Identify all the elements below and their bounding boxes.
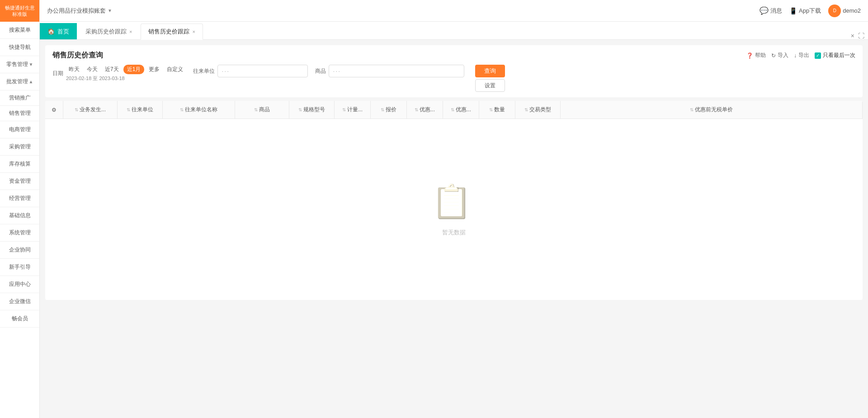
empty-illustration: 📋 xyxy=(431,182,476,223)
sort-icon: ⇅ xyxy=(75,107,78,112)
last-only-checkbox[interactable] xyxy=(815,52,821,59)
sidebar-item-purchase[interactable]: 采购管理 xyxy=(0,138,39,156)
topbar-left: 办公用品行业模拟账套 ▼ xyxy=(47,7,112,15)
tabs-actions: × ⛶ xyxy=(847,32,868,39)
topbar: 办公用品行业模拟账套 ▼ 💬 消息 📱 App下载 D demo2 xyxy=(40,0,868,22)
app-logo[interactable]: 畅捷通好生意 标准版 xyxy=(0,0,39,22)
help-button[interactable]: ❓ 帮助 xyxy=(746,52,766,59)
query-button[interactable]: 查询 xyxy=(475,65,505,77)
date-label: 日期 xyxy=(52,70,63,77)
sidebar-item-sales[interactable]: 销售管理 xyxy=(0,106,39,121)
date-range-text: 2023-02-18 至 2023-03-18 xyxy=(66,75,186,82)
avatar: D xyxy=(828,5,841,17)
app-download-button[interactable]: 📱 App下载 xyxy=(789,7,821,15)
th-product[interactable]: ⇅ 商品 xyxy=(235,101,289,119)
date-btn-yesterday[interactable]: 昨天 xyxy=(66,65,82,74)
sidebar-item-appstore[interactable]: 应用中心 xyxy=(0,276,39,293)
sidebar-item-ecommerce[interactable]: 电商管理 xyxy=(0,121,39,138)
th-gear[interactable]: ⚙ xyxy=(45,101,63,119)
settings-icon: ⚙ xyxy=(52,107,57,113)
date-btn-1month[interactable]: 近1月 xyxy=(123,65,145,74)
sidebar-item-finance[interactable]: 资金管理 xyxy=(0,173,39,190)
query-panel: 销售历史价查询 ❓ 帮助 ↻ 导入 ↓ 导出 xyxy=(45,45,863,97)
sidebar-item-newbie[interactable]: 新手引导 xyxy=(0,259,39,276)
th-spec[interactable]: ⇅ 规格型号 xyxy=(289,101,335,119)
settings-button[interactable]: 设置 xyxy=(475,79,505,92)
tab-purchase-history[interactable]: 采购历史价跟踪 × xyxy=(78,23,140,39)
panel-actions: ❓ 帮助 ↻ 导入 ↓ 导出 只看最后一次 xyxy=(746,52,855,59)
help-icon: ❓ xyxy=(746,52,753,59)
partner-label: 往来单位 xyxy=(193,67,215,75)
th-pretax-price[interactable]: ⇅ 优惠前无税单价 xyxy=(561,101,863,119)
tab-bar: 🏠 首页 采购历史价跟踪 × 销售历史价跟踪 × × ⛶ xyxy=(40,22,868,40)
sidebar-item-search[interactable]: 搜索菜单 xyxy=(0,22,39,39)
date-btn-more[interactable]: 更多 xyxy=(146,65,162,74)
sort-icon: ⇅ xyxy=(524,107,528,112)
th-trade-type[interactable]: ⇅ 交易类型 xyxy=(515,101,561,119)
app-selector-label: 办公用品行业模拟账套 xyxy=(47,7,106,15)
chevron-up-icon: ▲ xyxy=(29,79,33,84)
sidebar-item-wholesale[interactable]: 批发管理 ▲ xyxy=(0,73,39,90)
app-selector[interactable]: 办公用品行业模拟账套 ▼ xyxy=(47,7,112,15)
sidebar-item-quicknav[interactable]: 快捷导航 xyxy=(0,39,39,56)
im-button[interactable]: 💬 消息 xyxy=(760,6,782,15)
page-title: 销售历史价查询 xyxy=(52,51,103,60)
tab-close-sales[interactable]: × xyxy=(192,29,195,34)
sidebar-item-basic[interactable]: 基础信息 xyxy=(0,207,39,224)
sidebar-item-operations[interactable]: 经营管理 xyxy=(0,190,39,207)
th-unit[interactable]: ⇅ 计量... xyxy=(335,101,371,119)
product-label: 商品 xyxy=(315,67,326,75)
empty-state: 📋 暂无数据 xyxy=(45,119,863,300)
sort-icon: ⇅ xyxy=(254,107,258,112)
empty-text: 暂无数据 xyxy=(442,228,466,237)
export-button[interactable]: ↓ 导出 xyxy=(794,52,809,59)
table-container: ⚙ ⇅ 业务发生... ⇅ 往来单位 ⇅ 往来单位名称 ⇅ 商品 xyxy=(45,101,863,300)
th-qty[interactable]: ⇅ 数量 xyxy=(479,101,515,119)
page-content: 销售历史价查询 ❓ 帮助 ↻ 导入 ↓ 导出 xyxy=(40,40,868,418)
home-icon: 🏠 xyxy=(47,28,55,35)
th-price[interactable]: ⇅ 报价 xyxy=(371,101,407,119)
sidebar-item-system[interactable]: 系统管理 xyxy=(0,224,39,242)
date-btn-today[interactable]: 今天 xyxy=(84,65,100,74)
import-icon: ↻ xyxy=(771,52,776,59)
tab-close-purchase[interactable]: × xyxy=(129,29,132,34)
sort-icon: ⇅ xyxy=(489,107,493,112)
query-row: 日期 昨天 今天 近7天 近1月 更多 自定义 2023-02-18 至 202… xyxy=(52,65,855,92)
sidebar-item-inventory[interactable]: 库存核算 xyxy=(0,156,39,173)
tab-sales-history[interactable]: 销售历史价跟踪 × xyxy=(141,24,203,40)
chevron-down-icon: ▼ xyxy=(108,8,112,13)
sidebar-item-marketing[interactable]: 营销推广 xyxy=(0,90,39,106)
user-menu[interactable]: D demo2 xyxy=(828,5,861,17)
tab-home[interactable]: 🏠 首页 xyxy=(40,23,77,39)
partner-field: 往来单位 ··· xyxy=(193,65,308,77)
sidebar-item-retail[interactable]: 零售管理 ▼ xyxy=(0,56,39,73)
sidebar-item-wechat[interactable]: 企业微信 xyxy=(0,293,39,310)
th-discount1[interactable]: ⇅ 优惠... xyxy=(407,101,443,119)
sort-icon: ⇅ xyxy=(415,107,418,112)
sort-icon: ⇅ xyxy=(298,107,302,112)
sidebar-item-member[interactable]: 畅会员 xyxy=(0,310,39,328)
date-btn-7days[interactable]: 近7天 xyxy=(102,65,122,74)
th-partner-name[interactable]: ⇅ 往来单位名称 xyxy=(163,101,235,119)
sort-icon: ⇅ xyxy=(180,107,184,112)
action-buttons: 查询 设置 xyxy=(475,65,505,92)
message-icon: 💬 xyxy=(760,6,769,15)
sidebar-item-enterprise[interactable]: 企业协同 xyxy=(0,242,39,259)
last-only-checkbox-label[interactable]: 只看最后一次 xyxy=(815,52,855,59)
date-buttons: 昨天 今天 近7天 近1月 更多 自定义 xyxy=(66,65,186,74)
close-tab-button[interactable]: × xyxy=(851,32,854,39)
th-discount2[interactable]: ⇅ 优惠... xyxy=(443,101,479,119)
date-field: 日期 昨天 今天 近7天 近1月 更多 自定义 2023-02-18 至 202… xyxy=(52,65,186,82)
chevron-down-icon: ▼ xyxy=(29,62,33,67)
import-button[interactable]: ↻ 导入 xyxy=(771,52,788,59)
th-partner-code[interactable]: ⇅ 往来单位 xyxy=(118,101,163,119)
topbar-right: 💬 消息 📱 App下载 D demo2 xyxy=(760,5,861,17)
product-input[interactable]: ··· xyxy=(329,65,464,77)
main-area: 办公用品行业模拟账套 ▼ 💬 消息 📱 App下载 D demo2 🏠 xyxy=(40,0,868,418)
th-biz-date[interactable]: ⇅ 业务发生... xyxy=(63,101,118,119)
product-field: 商品 ··· xyxy=(315,65,464,77)
partner-input[interactable]: ··· xyxy=(217,65,308,77)
export-icon: ↓ xyxy=(794,52,797,59)
maximize-tab-button[interactable]: ⛶ xyxy=(858,32,864,39)
date-btn-custom[interactable]: 自定义 xyxy=(164,65,186,74)
